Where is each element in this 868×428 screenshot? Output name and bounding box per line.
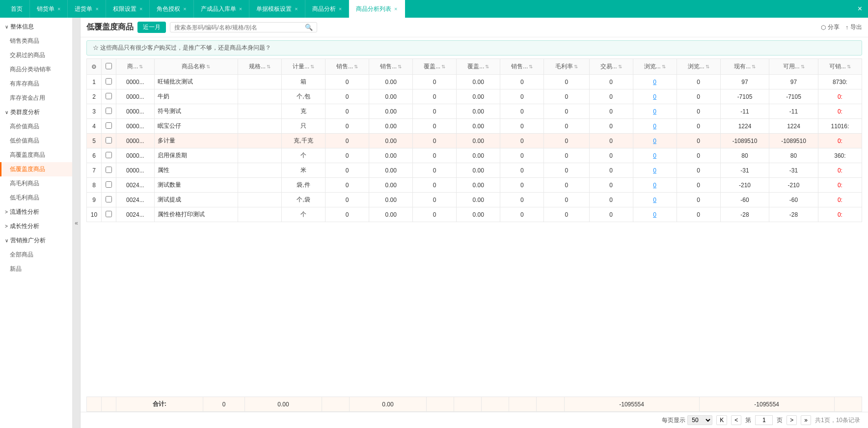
- row-browse1[interactable]: 0: [633, 75, 677, 89]
- row-browse1[interactable]: 0: [633, 163, 677, 178]
- sidebar-item-high-value[interactable]: 高价值商品: [0, 119, 72, 134]
- th-gross-margin[interactable]: 毛利率⇅: [544, 59, 589, 75]
- th-sales3[interactable]: 销售...⇅: [500, 59, 544, 75]
- row-select-checkbox[interactable]: [106, 196, 112, 202]
- sidebar-item-low-margin[interactable]: 低毛利商品: [0, 191, 72, 205]
- row-browse1[interactable]: 0: [633, 193, 677, 207]
- row-browse1[interactable]: 0: [633, 207, 677, 222]
- nav-product-analysis[interactable]: 商品分析 ×: [305, 0, 349, 18]
- row-unit: 克,千克: [281, 134, 325, 148]
- close-icon[interactable]: ×: [183, 6, 186, 12]
- row-browse1[interactable]: 0: [633, 134, 677, 148]
- sidebar-item-high-coverage[interactable]: 高覆盖度商品: [0, 148, 72, 162]
- th-code[interactable]: 商...⇅: [116, 59, 155, 75]
- sidebar-item-sales-goods[interactable]: 销售类商品: [0, 34, 72, 48]
- row-checkbox[interactable]: [102, 148, 116, 163]
- sidebar-section-overall[interactable]: ∨ 整体信息: [0, 20, 72, 34]
- row-browse1[interactable]: 0: [633, 178, 677, 193]
- nav-sales-order[interactable]: 销货单 ×: [30, 0, 68, 18]
- sidebar-collapse-button[interactable]: «: [73, 18, 81, 428]
- sidebar-item-low-value[interactable]: 低价值商品: [0, 134, 72, 148]
- row-select-checkbox[interactable]: [106, 93, 112, 99]
- export-button[interactable]: ↑ 导出: [845, 23, 862, 31]
- sidebar-section-group-analysis[interactable]: ∨ 类群度分析: [0, 105, 72, 119]
- th-trade[interactable]: 交易...⇅: [589, 59, 633, 75]
- row-checkbox[interactable]: [102, 104, 116, 119]
- row-code: 0000...: [116, 75, 155, 89]
- row-select-checkbox[interactable]: [106, 78, 112, 85]
- last-page-button[interactable]: »: [801, 415, 811, 425]
- search-icon[interactable]: 🔍: [305, 24, 313, 31]
- nav-product-warehouse[interactable]: 产成品入库单 ×: [194, 0, 249, 18]
- close-all-button[interactable]: ×: [858, 4, 862, 13]
- th-current[interactable]: 现有...⇅: [720, 59, 769, 75]
- search-input[interactable]: [174, 24, 305, 31]
- nav-template-settings[interactable]: 单据模板设置 ×: [249, 0, 305, 18]
- select-all-checkbox[interactable]: [106, 63, 112, 69]
- row-select-checkbox[interactable]: [106, 122, 112, 129]
- row-browse1[interactable]: 0: [633, 119, 677, 134]
- close-icon[interactable]: ×: [295, 6, 298, 12]
- close-icon[interactable]: ×: [339, 6, 342, 12]
- close-icon[interactable]: ×: [239, 6, 242, 12]
- sidebar-item-category-turnover[interactable]: 商品分类动销率: [0, 62, 72, 77]
- row-browse1[interactable]: 0: [633, 148, 677, 163]
- th-name[interactable]: 商品名称⇅: [154, 59, 238, 75]
- close-icon[interactable]: ×: [57, 6, 60, 12]
- row-browse1[interactable]: 0: [633, 104, 677, 119]
- per-page-select[interactable]: 50 20 100 200: [687, 415, 712, 425]
- row-select-checkbox[interactable]: [106, 181, 112, 188]
- close-icon[interactable]: ×: [394, 6, 397, 12]
- next-page-button[interactable]: >: [787, 415, 797, 425]
- close-icon[interactable]: ×: [95, 6, 98, 12]
- th-saleable[interactable]: 可销...⇅: [818, 59, 862, 75]
- sidebar-item-low-coverage[interactable]: 低覆盖度商品: [0, 162, 72, 176]
- page-number-input[interactable]: [755, 415, 773, 425]
- th-settings[interactable]: ⚙: [87, 59, 102, 75]
- row-checkbox[interactable]: [102, 163, 116, 178]
- th-coverage1[interactable]: 覆盖...⇅: [413, 59, 457, 75]
- th-coverage2[interactable]: 覆盖...⇅: [457, 59, 500, 75]
- sidebar-section-liquidity[interactable]: > 流通性分析: [0, 205, 72, 219]
- sidebar-section-marketing[interactable]: ∨ 营销推广分析: [0, 233, 72, 248]
- sidebar-item-inventory-capital[interactable]: 库存资金占用: [0, 91, 72, 105]
- th-sales-qty[interactable]: 销售...⇅: [326, 59, 369, 75]
- row-select-checkbox[interactable]: [106, 137, 112, 143]
- prev-page-button[interactable]: <: [731, 415, 741, 425]
- nav-home[interactable]: 首页: [4, 0, 30, 18]
- th-checkbox[interactable]: [102, 59, 116, 75]
- row-checkbox[interactable]: [102, 89, 116, 104]
- sidebar-item-new-products[interactable]: 新品: [0, 262, 72, 276]
- row-checkbox[interactable]: [102, 193, 116, 207]
- sidebar-item-high-margin[interactable]: 高毛利商品: [0, 176, 72, 191]
- row-checkbox[interactable]: [102, 134, 116, 148]
- nav-purchase-order[interactable]: 进货单 ×: [68, 0, 106, 18]
- row-checkbox[interactable]: [102, 207, 116, 222]
- row-select-checkbox[interactable]: [106, 108, 112, 114]
- th-browse2[interactable]: 浏览...⇅: [677, 59, 720, 75]
- th-sales-amt[interactable]: 销售...⇅: [369, 59, 413, 75]
- row-checkbox[interactable]: [102, 178, 116, 193]
- per-page-selector: 每页显示 50 20 100 200: [662, 415, 712, 425]
- th-spec[interactable]: 规格...⇅: [238, 59, 281, 75]
- sidebar-item-inventory-goods[interactable]: 有库存商品: [0, 77, 72, 91]
- row-browse1[interactable]: 0: [633, 89, 677, 104]
- close-icon[interactable]: ×: [139, 6, 142, 12]
- sidebar-item-all-products[interactable]: 全部商品: [0, 248, 72, 262]
- row-select-checkbox[interactable]: [106, 211, 112, 217]
- share-button[interactable]: ⬡ 分享: [821, 23, 840, 31]
- sidebar-section-growth[interactable]: > 成长性分析: [0, 219, 72, 233]
- th-browse1[interactable]: 浏览...⇅: [633, 59, 677, 75]
- nav-permission[interactable]: 权限设置 ×: [106, 0, 150, 18]
- nav-product-analysis-list[interactable]: 商品分析列表 ×: [349, 0, 405, 18]
- row-checkbox[interactable]: [102, 119, 116, 134]
- filter-recent-month-button[interactable]: 近一月: [137, 22, 166, 33]
- th-unit[interactable]: 计量...⇅: [281, 59, 325, 75]
- first-page-button[interactable]: K: [716, 415, 727, 425]
- row-checkbox[interactable]: [102, 75, 116, 89]
- row-select-checkbox[interactable]: [106, 167, 112, 173]
- row-select-checkbox[interactable]: [106, 152, 112, 158]
- sidebar-item-traded-goods[interactable]: 交易过的商品: [0, 48, 72, 62]
- nav-role-auth[interactable]: 角色授权 ×: [150, 0, 193, 18]
- th-available[interactable]: 可用...⇅: [769, 59, 818, 75]
